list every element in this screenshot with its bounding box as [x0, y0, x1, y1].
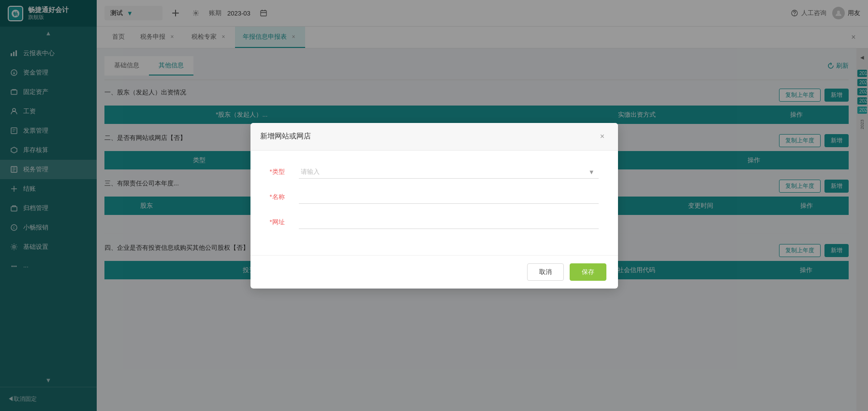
- form-row-name: *名称: [270, 190, 599, 204]
- label-text: 名称: [272, 193, 285, 200]
- form-label-url: *网址: [270, 218, 299, 227]
- save-button[interactable]: 保存: [570, 263, 606, 281]
- dialog-body: *类型 ▼ *名称 *网址: [250, 151, 618, 255]
- name-input-wrapper: [299, 190, 599, 204]
- label-text: 网址: [272, 218, 285, 226]
- add-website-dialog: 新增网站或网店 × *类型 ▼ *名称: [250, 123, 618, 289]
- label-text: 类型: [272, 168, 285, 175]
- cancel-button[interactable]: 取消: [527, 263, 564, 281]
- form-row-url: *网址: [270, 215, 599, 229]
- form-label-name: *名称: [270, 193, 299, 201]
- url-input-wrapper: [299, 215, 599, 229]
- dialog-header: 新增网站或网店 ×: [250, 123, 618, 151]
- dialog-footer: 取消 保存: [250, 255, 618, 289]
- url-input[interactable]: [299, 215, 599, 229]
- name-input[interactable]: [299, 190, 599, 204]
- form-label-type: *类型: [270, 167, 299, 176]
- dialog-overlay[interactable]: 新增网站或网店 × *类型 ▼ *名称: [0, 0, 868, 411]
- dialog-close-btn[interactable]: ×: [597, 131, 608, 142]
- type-input[interactable]: [299, 165, 599, 179]
- form-row-type: *类型 ▼: [270, 165, 599, 179]
- type-input-wrapper: ▼: [299, 165, 599, 179]
- dialog-title: 新增网站或网店: [260, 132, 311, 141]
